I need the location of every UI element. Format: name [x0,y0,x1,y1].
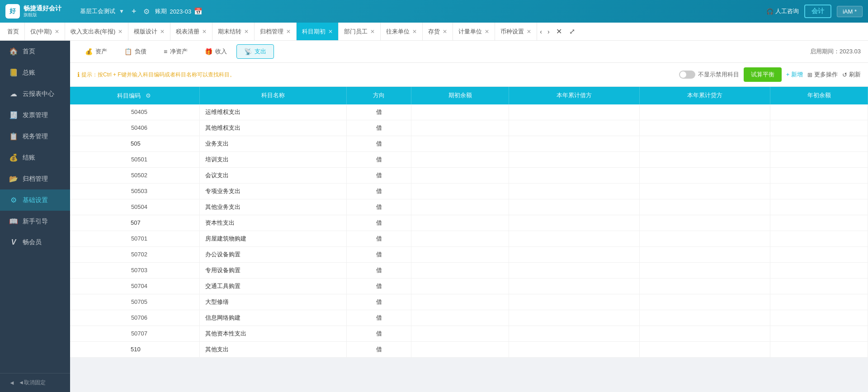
cell-ytd-credit [640,167,770,183]
org-selector[interactable]: 基层工会测试 ▼ + ⚙ [80,7,150,16]
table-row[interactable]: 50703专用设备购置借 [70,262,868,278]
cell-ytd-debit [509,310,640,326]
toggle-disabled-switch[interactable] [679,71,695,79]
tab-close-qimo[interactable]: ✕ [244,28,249,35]
tab-next-button[interactable]: › [545,23,552,41]
liability-icon: 📋 [124,48,132,55]
table-header-row: 科目编码 ⚙ 科目名称 方向 期初余额 本年累计借方 本年累计贷方 年初余额 [70,87,868,104]
support-button[interactable]: 🎧 人工咨询 [766,7,799,15]
tab-kemuqichu[interactable]: 科目期初 ✕ [297,23,339,41]
cell-code: 505 [70,136,199,151]
cell-ytd-credit [640,231,770,246]
sidebar-item-checkout[interactable]: 💰 结账 [0,147,70,168]
add-button[interactable]: + 新增 [786,71,803,79]
cell-name: 其他支出 [199,341,346,357]
sidebar-item-vip[interactable]: V 畅会员 [0,232,70,253]
tab-close-shuibiao[interactable]: ✕ [202,28,207,35]
invoice-icon: 🧾 [9,111,18,119]
tab-cunhuo[interactable]: 存货 ✕ [423,23,453,41]
cell-ytd-credit [640,104,770,120]
calculate-balance-button[interactable]: 试算平衡 [744,67,782,82]
info-icon: ℹ [77,71,80,78]
tab-prev-button[interactable]: ‹ [537,23,545,41]
cell-opening-balance [411,262,509,278]
sub-tab-liability[interactable]: 📋 负债 [117,44,154,59]
sidebar-collapse-button[interactable]: ◄ ◄取消固定 [0,373,70,392]
tab-close-kemuqichu[interactable]: ✕ [328,28,333,35]
tab-zhongqi[interactable]: 仅(中期) ✕ [25,23,65,41]
period-value: 2023-03 [170,8,191,15]
sub-tab-net-asset[interactable]: ≡ 净资产 [156,44,195,59]
table-row[interactable]: 50503专项业务支出借 [70,183,868,199]
tab-shouru[interactable]: 收入支出表(年报) ✕ [65,23,129,41]
table-row[interactable]: 50405运维维权支出借 [70,104,868,120]
col-settings-icon[interactable]: ⚙ [144,91,152,99]
tab-close-cunhuo[interactable]: ✕ [443,28,447,35]
tab-close-bizhong[interactable]: ✕ [527,28,531,35]
table-row[interactable]: 50707其他资本性支出借 [70,326,868,341]
table-row[interactable]: 50704交通工具购置借 [70,278,868,294]
tab-close-zhongqi[interactable]: ✕ [55,28,59,35]
sub-tab-asset[interactable]: 💰 资产 [77,44,115,59]
calendar-icon[interactable]: 📅 [194,7,203,15]
table-row[interactable]: 505业务支出借 [70,136,868,151]
toolbar-right: 不显示禁用科目 试算平衡 + 新增 ⊞ 更多操作 ↺ 刷新 [679,67,861,82]
tab-moban[interactable]: 模版设计 ✕ [128,23,170,41]
tab-home[interactable]: 首页 [2,23,25,41]
sidebar-item-general-ledger[interactable]: 📒 总账 [0,62,70,83]
tab-close-jiliang[interactable]: ✕ [485,28,489,35]
sub-tab-expense[interactable]: 📡 支出 [236,44,274,59]
settings-gear-icon: ⚙ [9,196,18,204]
table-row[interactable]: 50501培训支出借 [70,151,868,167]
refresh-button[interactable]: ↺ 刷新 [842,71,861,79]
cell-year-opening [770,278,868,294]
tab-bizhong[interactable]: 币种设置 ✕ [495,23,537,41]
cell-direction: 借 [347,183,411,199]
tab-close-moban[interactable]: ✕ [160,28,165,35]
tab-qimo[interactable]: 期末结转 ✕ [212,23,255,41]
sidebar-item-basic-settings[interactable]: ⚙ 基础设置 [0,189,70,211]
more-operations-button[interactable]: ⊞ 更多操作 [807,71,838,79]
table-row[interactable]: 50705大型修缮借 [70,294,868,310]
table-row[interactable]: 50706信息网络购建借 [70,310,868,326]
sub-tab-income[interactable]: 🎁 收入 [197,44,235,59]
tab-shuibiao[interactable]: 税表清册 ✕ [170,23,212,41]
tab-wanglai[interactable]: 往来单位 ✕ [381,23,423,41]
table-row[interactable]: 50406其他维权支出借 [70,120,868,136]
hint-message: ℹ 提示：按Ctrl + F键并输入科目编码或者科目名称可以查找科目。 [77,71,235,79]
tab-close-guidang[interactable]: ✕ [286,28,291,35]
tab-close-wanglai[interactable]: ✕ [412,28,417,35]
tab-close-shouru[interactable]: ✕ [118,28,123,35]
table-row[interactable]: 50701房屋建筑物购建借 [70,231,868,246]
org-dropdown-icon[interactable]: ▼ [119,8,124,14]
table-row[interactable]: 510其他支出借 [70,341,868,357]
cell-code: 50703 [70,262,199,278]
sidebar-item-tax[interactable]: 📋 税务管理 [0,126,70,147]
tab-close-bumen[interactable]: ✕ [370,28,375,35]
sidebar-item-guide[interactable]: 📖 新手引导 [0,211,70,232]
tab-expand-button[interactable]: ⤢ [566,23,579,41]
cell-name: 专项业务支出 [199,183,346,199]
cell-name: 其他维权支出 [199,120,346,136]
sidebar-item-cloud-reports[interactable]: ☁ 云报表中心 [0,83,70,104]
toggle-disabled-label: 不显示禁用科目 [679,71,739,79]
table-row[interactable]: 50502会议支出借 [70,167,868,183]
tab-close-all-button[interactable]: ✕ [552,23,566,41]
tab-jiliang[interactable]: 计量单位 ✕ [453,23,495,41]
tab-bumen[interactable]: 部门员工 ✕ [339,23,381,41]
add-org-button[interactable]: + [132,7,137,16]
cell-ytd-credit [640,262,770,278]
sidebar-item-invoice[interactable]: 🧾 发票管理 [0,104,70,126]
tab-guidang[interactable]: 归档管理 ✕ [255,23,297,41]
settings-icon[interactable]: ⚙ [143,7,150,16]
sidebar-item-archive[interactable]: 📂 归档管理 [0,168,70,189]
toolbar: ℹ 提示：按Ctrl + F键并输入科目编码或者科目名称可以查找科目。 不显示禁… [70,63,868,87]
table-row[interactable]: 507资本性支出借 [70,215,868,231]
cell-ytd-debit [509,262,640,278]
cell-opening-balance [411,294,509,310]
table-row[interactable]: 50504其他业务支出借 [70,199,868,215]
sidebar-item-home[interactable]: 🏠 首页 [0,41,70,62]
table-row[interactable]: 50702办公设备购置借 [70,246,868,262]
kuaiji-button[interactable]: 会计 [804,5,831,18]
cell-year-opening [770,183,868,199]
